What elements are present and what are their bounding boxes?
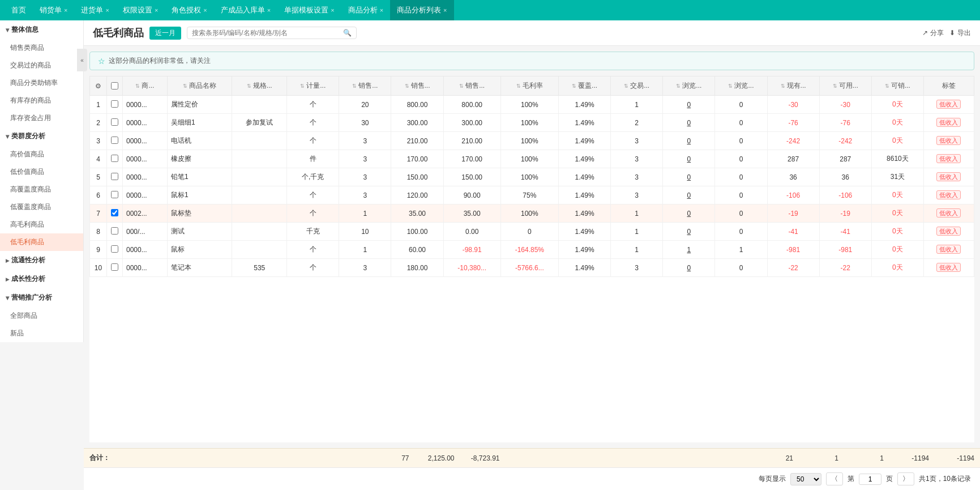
sidebar-item-all-goods[interactable]: 全部商品 <box>0 307 83 325</box>
col-coverage[interactable]: ⇅覆盖... <box>558 76 610 96</box>
row-checkbox[interactable] <box>111 191 118 198</box>
sidebar-item-low-coverage[interactable]: 低覆盖度商品 <box>0 198 83 216</box>
settings-icon[interactable]: ⚙ <box>95 82 101 90</box>
nav-template[interactable]: 单据模板设置 × <box>277 0 341 20</box>
sidebar-item-high-coverage[interactable]: 高覆盖度商品 <box>0 181 83 198</box>
view1-link[interactable]: 0 <box>687 137 691 145</box>
view1-link[interactable]: 0 <box>687 119 691 127</box>
cell-check[interactable] <box>107 114 123 132</box>
row-checkbox[interactable] <box>111 155 118 162</box>
nav-sales[interactable]: 销货单 × <box>33 0 74 20</box>
cell-view1[interactable]: 0 <box>663 223 715 241</box>
col-current[interactable]: ⇅现有... <box>767 76 819 96</box>
sidebar-section-growth[interactable]: ▸ 成长性分析 <box>0 270 83 288</box>
view1-link[interactable]: 0 <box>687 173 691 181</box>
col-spec[interactable]: ⇅规格... <box>232 76 287 96</box>
cell-view1[interactable]: 0 <box>663 259 715 277</box>
nav-analysis-close[interactable]: × <box>380 7 383 14</box>
col-sales-profit[interactable]: ⇅销售... <box>443 76 500 96</box>
row-checkbox[interactable] <box>111 263 118 271</box>
nav-permissions[interactable]: 权限设置 × <box>116 0 165 20</box>
view1-link[interactable]: 0 <box>687 264 691 272</box>
sidebar-item-sales-goods[interactable]: 销售类商品 <box>0 39 83 57</box>
cell-check[interactable] <box>107 241 123 259</box>
nav-analysis-list[interactable]: 商品分析列表 × <box>390 0 453 20</box>
table-container[interactable]: ⚙ ⇅商... ⇅商品名称 ⇅规格... <box>89 76 974 442</box>
cell-view1[interactable]: 0 <box>663 132 715 150</box>
search-icon[interactable]: 🔍 <box>343 29 352 37</box>
col-sales-qty[interactable]: ⇅销售... <box>339 76 391 96</box>
cell-check[interactable] <box>107 168 123 186</box>
nav-permissions-close[interactable]: × <box>155 7 158 14</box>
per-page-select[interactable]: 50 100 200 <box>790 473 821 485</box>
sidebar-item-new-goods[interactable]: 新品 <box>0 325 83 342</box>
col-tag[interactable]: 标签 <box>923 76 974 96</box>
sidebar-section-liquidity[interactable]: ▸ 流通性分析 <box>0 251 83 270</box>
view1-link[interactable]: 0 <box>687 155 691 163</box>
col-view1[interactable]: ⇅浏览... <box>663 76 715 96</box>
nav-product-entry[interactable]: 产成品入库单 × <box>214 0 277 20</box>
nav-home[interactable]: 首页 <box>5 0 33 20</box>
sidebar-item-low-margin[interactable]: 低毛利商品 <box>0 233 83 251</box>
cell-check[interactable] <box>107 186 123 204</box>
sidebar-item-category-rate[interactable]: 商品分类助销率 <box>0 74 83 92</box>
cell-view1[interactable]: 1 <box>663 241 715 259</box>
nav-purchase-close[interactable]: × <box>105 7 109 14</box>
col-sales-amount[interactable]: ⇅销售... <box>391 76 443 96</box>
view1-link[interactable]: 0 <box>687 228 691 236</box>
sidebar-section-marketing[interactable]: ▾ 营销推广分析 <box>0 288 83 307</box>
select-all-checkbox[interactable] <box>111 82 118 90</box>
row-checkbox[interactable] <box>111 100 118 108</box>
row-checkbox[interactable] <box>111 227 118 235</box>
cell-view1[interactable]: 0 <box>663 150 715 168</box>
col-check[interactable] <box>107 76 123 96</box>
sidebar-section-overall[interactable]: ▾ 整体信息 <box>0 20 83 39</box>
view1-link[interactable]: 0 <box>687 101 691 109</box>
row-checkbox[interactable] <box>111 173 118 180</box>
row-checkbox[interactable] <box>111 245 118 253</box>
sidebar-item-high-margin[interactable]: 高毛利商品 <box>0 216 83 233</box>
row-checkbox[interactable] <box>111 118 118 126</box>
sidebar-item-in-stock[interactable]: 有库存的商品 <box>0 92 83 109</box>
cell-check[interactable] <box>107 132 123 150</box>
nav-roles-close[interactable]: × <box>203 7 207 14</box>
nav-purchase[interactable]: 进货单 × <box>74 0 115 20</box>
cell-check[interactable] <box>107 204 123 223</box>
prev-page-btn[interactable]: 〈 <box>826 472 843 485</box>
nav-analysis[interactable]: 商品分析 × <box>341 0 390 20</box>
period-button[interactable]: 近一月 <box>149 27 181 40</box>
nav-template-close[interactable]: × <box>331 7 334 14</box>
sidebar-item-stock-capital[interactable]: 库存资金占用 <box>0 109 83 127</box>
col-trade[interactable]: ⇅交易... <box>611 76 663 96</box>
cell-check[interactable] <box>107 96 123 114</box>
page-input[interactable] <box>859 474 881 485</box>
col-available[interactable]: ⇅可用... <box>819 76 871 96</box>
cell-view1[interactable]: 0 <box>663 96 715 114</box>
col-gross-rate[interactable]: ⇅毛利率 <box>500 76 558 96</box>
nav-sales-close[interactable]: × <box>64 7 67 14</box>
next-page-btn[interactable]: 〉 <box>897 472 914 485</box>
nav-product-entry-close[interactable]: × <box>267 7 271 14</box>
cell-view1[interactable]: 0 <box>663 186 715 204</box>
view1-link[interactable]: 0 <box>687 210 691 218</box>
sidebar-item-high-value[interactable]: 高价值商品 <box>0 146 83 163</box>
row-checkbox[interactable] <box>111 209 118 216</box>
cell-view1[interactable]: 0 <box>663 168 715 186</box>
col-code[interactable]: ⇅商... <box>123 76 168 96</box>
search-input[interactable] <box>192 29 340 37</box>
share-button[interactable]: ↗ 分享 <box>922 28 944 38</box>
cell-check[interactable] <box>107 259 123 277</box>
sidebar-collapse-btn[interactable]: « <box>77 49 87 71</box>
cell-view1[interactable]: 0 <box>663 204 715 223</box>
sidebar-item-traded-goods[interactable]: 交易过的商品 <box>0 57 83 74</box>
col-unit[interactable]: ⇅计量... <box>287 76 339 96</box>
cell-view1[interactable]: 0 <box>663 114 715 132</box>
search-box[interactable]: 🔍 <box>187 27 357 39</box>
export-button[interactable]: ⬇ 导出 <box>949 28 971 38</box>
sidebar-item-low-value[interactable]: 低价值商品 <box>0 163 83 181</box>
nav-roles[interactable]: 角色授权 × <box>165 0 213 20</box>
cell-check[interactable] <box>107 150 123 168</box>
view1-link[interactable]: 0 <box>687 191 691 199</box>
view1-link[interactable]: 1 <box>687 246 691 254</box>
sidebar-section-cluster[interactable]: ▾ 类群度分析 <box>0 127 83 146</box>
